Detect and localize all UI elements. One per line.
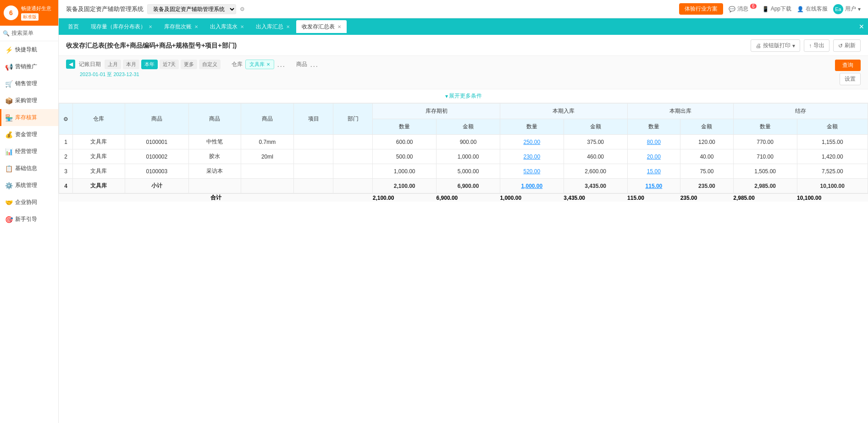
online-service-group[interactable]: 👤 在线客服: [797, 5, 828, 13]
page-actions: 🖨 按钮版打印 ▾ ↑ 导出 ↺ 刷新: [751, 39, 861, 52]
data-table: ⚙ 仓库 商品 商品 商品 项目 部门 库存期初 本期入库 本期出库 结存: [59, 103, 868, 202]
date-btn-custom[interactable]: 自定义: [199, 60, 221, 69]
total-balance-qty: 2,985.00: [733, 193, 797, 202]
tab-inventory-dist[interactable]: 现存量（库存分布表） ✕: [85, 20, 158, 33]
sidebar-item-marketing[interactable]: 📢 营销推广: [0, 58, 58, 75]
th-goods-code: 商品: [125, 104, 188, 135]
row-out-amt: 120.00: [680, 135, 734, 149]
th-settings[interactable]: ⚙: [59, 104, 73, 135]
row-in-qty[interactable]: 250.00: [500, 135, 564, 149]
total-out-qty: 115.00: [627, 193, 680, 202]
tab-home[interactable]: 首页: [62, 20, 84, 33]
refresh-btn[interactable]: ↺ 刷新: [833, 39, 861, 52]
sidebar-item-finance[interactable]: 💰 资金管理: [0, 126, 58, 143]
date-btn-7days[interactable]: 近7天: [160, 60, 179, 69]
warehouse-tag[interactable]: 文具库 ✕: [245, 60, 274, 69]
subtotal-out-qty[interactable]: 115.00: [627, 179, 680, 194]
query-btn[interactable]: 查询: [835, 60, 861, 71]
header-left: 装备及固定资产辅助管理系统 装备及固定资产辅助管理系统 ⚙: [66, 4, 245, 14]
goods-more[interactable]: ...: [310, 60, 318, 69]
row-department: [333, 135, 373, 149]
warehouse-more[interactable]: ...: [277, 60, 285, 69]
tab-flow[interactable]: 出入库流水 ✕: [205, 20, 249, 33]
user-group[interactable]: Ea 用户 ▾: [833, 4, 861, 14]
export-btn[interactable]: ↑ 导出: [804, 39, 829, 52]
row-in-amt: 2,600.00: [564, 164, 627, 179]
row-opening-qty: 500.00: [373, 149, 437, 164]
chevron-down-icon: ▾: [858, 6, 861, 12]
subtotal-balance-amt: 10,100.00: [797, 179, 868, 194]
tab-batch[interactable]: 库存批次账 ✕: [159, 20, 204, 33]
warehouse-filter: 仓库 文具库 ✕ ...: [232, 60, 285, 69]
row-goods-spec: 0.7mm: [241, 135, 294, 149]
sidebar-item-inventory[interactable]: 🏪 库存核算: [0, 109, 58, 126]
row-in-qty[interactable]: 520.00: [500, 164, 564, 179]
sidebar-item-label: 企业协同: [15, 198, 37, 206]
settings-icon[interactable]: ⚙: [240, 6, 245, 12]
date-btn-this-month[interactable]: 本月: [123, 60, 139, 69]
date-btn-this-year[interactable]: 本年: [141, 60, 158, 69]
filter-toggle[interactable]: ◀: [66, 60, 75, 69]
app-download-label: App下载: [771, 5, 791, 13]
close-icon[interactable]: ✕: [286, 24, 290, 29]
tab-receive-summary[interactable]: 收发存汇总表 ✕: [296, 20, 347, 33]
sidebar-item-guide[interactable]: 🎯 新手引导: [0, 211, 58, 228]
tab-summary[interactable]: 出入库汇总 ✕: [250, 20, 295, 33]
row-in-qty[interactable]: 230.00: [500, 149, 564, 164]
sidebar-item-label: 采购管理: [15, 97, 37, 104]
th-out-qty: 数量: [627, 119, 680, 135]
close-icon[interactable]: ✕: [149, 24, 152, 29]
system-icon: ⚙️: [5, 182, 12, 189]
row-project: [294, 164, 333, 179]
row-goods-spec: [241, 164, 294, 179]
sidebar-item-label: 销售管理: [15, 80, 37, 88]
row-out-qty[interactable]: 15.00: [627, 164, 680, 179]
expand-btn[interactable]: ▾ 展开更多条件: [445, 92, 482, 100]
sidebar-item-purchase[interactable]: 📦 采购管理: [0, 92, 58, 109]
close-icon[interactable]: ✕: [240, 24, 244, 29]
row-out-qty[interactable]: 20.00: [627, 149, 680, 164]
search-menu[interactable]: 🔍 搜索菜单: [0, 26, 58, 41]
date-btn-last-month[interactable]: 上月: [105, 60, 121, 69]
header-right: 体验行业方案 💬 消息 6 📱 App下载 👤 在线客服 Ea 用户 ▾: [679, 3, 861, 15]
row-out-qty[interactable]: 80.00: [627, 135, 680, 149]
close-tab-icon[interactable]: ✕: [859, 23, 864, 30]
sidebar-item-enterprise[interactable]: 🤝 企业协同: [0, 194, 58, 211]
row-out-amt: 75.00: [680, 164, 734, 179]
gear-icon[interactable]: ⚙: [63, 116, 68, 122]
row-project: [294, 149, 333, 164]
sidebar-item-label: 基础信息: [15, 165, 37, 172]
sidebar-item-sales[interactable]: 🛒 销售管理: [0, 75, 58, 92]
print-btn[interactable]: 🖨 按钮版打印 ▾: [751, 39, 800, 52]
sidebar-item-label: 资金管理: [15, 131, 37, 138]
sidebar-item-basic[interactable]: 📋 基础信息: [0, 160, 58, 177]
subtotal-empty3: [294, 179, 333, 194]
message-icon: 💬: [729, 6, 735, 12]
close-icon[interactable]: ✕: [266, 62, 270, 67]
th-goods-name: 商品: [188, 104, 241, 135]
sidebar-item-system[interactable]: ⚙️ 系统管理: [0, 177, 58, 194]
app-download-group[interactable]: 📱 App下载: [762, 5, 791, 13]
th-out-amt: 金额: [680, 119, 734, 135]
subtotal-in-qty[interactable]: 1,000.00: [500, 179, 564, 194]
total-label: 合计: [59, 193, 373, 202]
subtotal-warehouse: 文具库: [73, 179, 125, 194]
close-icon[interactable]: ✕: [194, 24, 198, 29]
sales-icon: 🛒: [5, 80, 12, 88]
sidebar-item-quick-nav[interactable]: ⚡ 快捷导航: [0, 41, 58, 58]
row-goods-code: 0100002: [125, 149, 188, 164]
system-selector[interactable]: 装备及固定资产辅助管理系统: [147, 4, 236, 14]
row-opening-qty: 600.00: [373, 135, 437, 149]
date-btn-more[interactable]: 更多: [181, 60, 197, 69]
th-out: 本期出库: [627, 104, 733, 119]
filter-settings-btn[interactable]: 设置: [840, 73, 861, 85]
message-group[interactable]: 💬 消息 6: [729, 5, 757, 13]
refresh-icon: ↺: [838, 43, 843, 49]
sidebar-item-operation[interactable]: 📊 经营管理: [0, 143, 58, 160]
close-icon[interactable]: ✕: [337, 24, 341, 29]
row-in-amt: 375.00: [564, 135, 627, 149]
trial-btn[interactable]: 体验行业方案: [679, 3, 723, 15]
guide-icon: 🎯: [5, 216, 12, 223]
logo-icon: 6: [4, 5, 18, 20]
subtotal-empty2: [241, 179, 294, 194]
